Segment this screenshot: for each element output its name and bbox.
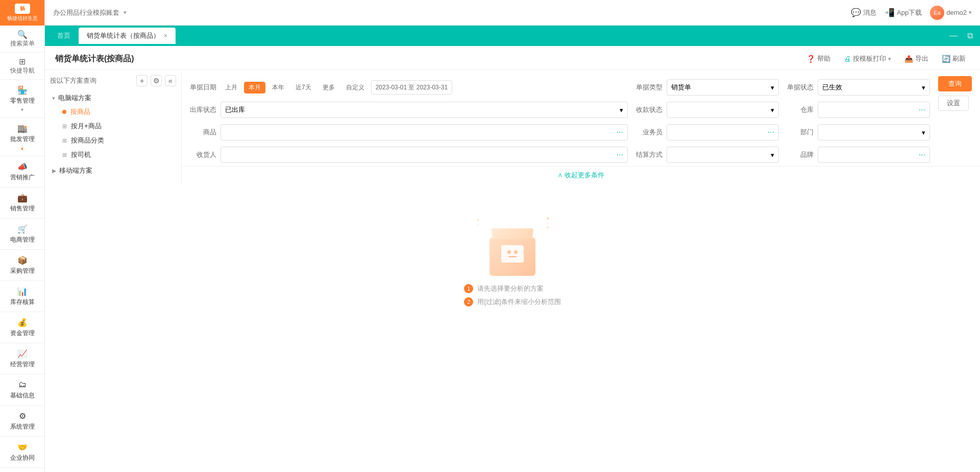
sidebar-item-operation[interactable]: 📈 经营管理 xyxy=(0,343,44,374)
sidebar-item-system[interactable]: ⚙ 系统管理 xyxy=(0,406,44,437)
scheme-item-driver[interactable]: ⊞ 按司机 xyxy=(50,148,176,162)
scheme-label: 按以下方案查询 xyxy=(50,76,96,85)
brand-dots-icon[interactable]: ··· xyxy=(919,150,925,159)
logo-icon: 畅 xyxy=(15,4,30,14)
sidebar-purchase-label: 采购管理 xyxy=(10,267,35,275)
refresh-btn[interactable]: 🔄 刷新 xyxy=(938,52,970,65)
empty-hint-2: 2 用[过滤]条件来缩小分析范围 xyxy=(464,297,560,306)
warehouse-dots-icon[interactable]: ··· xyxy=(919,105,925,114)
scheme-settings-btn[interactable]: ⚙ xyxy=(151,75,162,86)
tab-close-icon[interactable]: × xyxy=(164,32,167,39)
collapse-row[interactable]: ∧ 收起更多条件 xyxy=(182,166,980,184)
scheme-collapse-btn[interactable]: « xyxy=(165,75,176,86)
month-goods-icon: ⊞ xyxy=(62,123,67,130)
sidebar-item-newguide[interactable]: 🌟 新手引导 xyxy=(0,468,44,472)
tab-minimize-btn[interactable]: — xyxy=(947,30,960,42)
goods-input[interactable]: ··· xyxy=(220,124,628,140)
dept-label: 部门 xyxy=(787,128,818,137)
sidebar-item-basic[interactable]: 🗂 基础信息 xyxy=(0,374,44,406)
date-custom[interactable]: 自定义 xyxy=(341,82,369,93)
outstatus-label: 出库状态 xyxy=(190,105,220,114)
paystatus-select[interactable]: ▾ xyxy=(667,102,779,118)
payment-select[interactable]: ▾ xyxy=(667,147,779,163)
sidebar-item-purchase[interactable]: 📦 采购管理 xyxy=(0,250,44,281)
user-name: demo2 xyxy=(946,9,967,16)
messages-btn[interactable]: 💬 消息 xyxy=(851,8,876,17)
active-dot xyxy=(62,110,66,114)
sidebar-item-marketing[interactable]: 📣 营销推广 xyxy=(0,156,44,187)
filter-cell-salesman: 业务员 ··· xyxy=(636,124,779,140)
brand-input[interactable]: ··· xyxy=(818,147,930,163)
sidebar-item-inventory[interactable]: 📊 库存核算 xyxy=(0,281,44,312)
receiver-input[interactable]: ··· xyxy=(220,147,628,163)
goods-dots-icon[interactable]: ··· xyxy=(617,128,623,137)
system-icon: ⚙ xyxy=(17,411,28,421)
date-this-month[interactable]: 本月 xyxy=(244,82,265,93)
tab-sales-stat-label: 销货单统计表（按商品） xyxy=(87,31,160,40)
sidebar-finance-label: 资金管理 xyxy=(10,329,35,338)
export-btn[interactable]: 📤 导出 xyxy=(900,52,933,65)
sidebar-item-retail[interactable]: 🏪 零售管理 ▾ xyxy=(0,80,44,118)
setting-btn[interactable]: 设置 xyxy=(938,96,969,111)
query-btn[interactable]: 查询 xyxy=(938,76,972,91)
scheme-item-goods-category[interactable]: ⊞ 按商品分类 xyxy=(50,133,176,148)
app-download-btn[interactable]: 📲 App下载 xyxy=(885,8,922,17)
scheme-item-month-goods[interactable]: ⊞ 按月+商品 xyxy=(50,119,176,133)
tab-bar: 首页 销货单统计表（按商品） × — ⧉ xyxy=(45,26,980,46)
filter-cell-status: 单据状态 已生效 ▾ xyxy=(787,79,930,96)
scheme-by-goods-label: 按商品 xyxy=(70,107,90,116)
marketing-icon: 📣 xyxy=(17,161,28,172)
date-range-display[interactable]: 2023-03-01 至 2023-03-31 xyxy=(371,80,452,95)
help-btn[interactable]: ❓ 帮助 xyxy=(802,52,835,65)
sidebar-search[interactable]: 🔍 搜索菜单 xyxy=(0,26,44,53)
scheme-category-pc-header[interactable]: ▾ 电脑端方案 xyxy=(50,91,176,105)
type-select[interactable]: 销货单 ▾ xyxy=(667,79,779,96)
dept-select[interactable]: ▾ xyxy=(818,124,930,140)
tab-maximize-btn[interactable]: ⧉ xyxy=(964,30,976,42)
brand-label: 品牌 xyxy=(787,150,818,159)
scheme-item-by-goods[interactable]: 按商品 xyxy=(50,105,176,119)
type-dropdown-icon: ▾ xyxy=(771,84,774,91)
sidebar-inventory-label: 库存核算 xyxy=(10,298,35,306)
sidebar-ecommerce-label: 电商管理 xyxy=(10,235,35,244)
sidebar-search-label: 搜索菜单 xyxy=(3,39,41,48)
status-select[interactable]: 已生效 ▾ xyxy=(818,79,930,96)
user-menu-btn[interactable]: Ea demo2 ▾ xyxy=(930,6,972,20)
salesman-dots-icon[interactable]: ··· xyxy=(768,128,774,137)
date-last-month[interactable]: 上月 xyxy=(220,82,242,93)
date-7days[interactable]: 近7天 xyxy=(291,82,316,93)
sidebar-item-enterprise[interactable]: 🤝 企业协同 xyxy=(0,437,44,468)
hint-num-2: 2 xyxy=(464,297,473,306)
scheme-add-btn[interactable]: + xyxy=(136,75,148,86)
inventory-icon: 📊 xyxy=(17,286,28,296)
filter-cell-date: 单据日期 上月 本月 本年 近7天 更多 自定义 xyxy=(190,79,628,96)
sidebar-item-finance[interactable]: 💰 资金管理 xyxy=(0,312,44,343)
tab-home-label: 首页 xyxy=(57,31,70,40)
date-more[interactable]: 更多 xyxy=(318,82,339,93)
tab-sales-stat[interactable]: 销货单统计表（按商品） × xyxy=(79,28,176,44)
warehouse-input[interactable]: ··· xyxy=(818,102,930,118)
pc-category-label: 电脑端方案 xyxy=(58,93,91,103)
header-right: 💬 消息 📲 App下载 Ea demo2 ▾ xyxy=(851,6,972,20)
payment-dropdown-icon: ▾ xyxy=(771,151,774,159)
date-label: 单据日期 xyxy=(190,83,220,92)
date-this-year[interactable]: 本年 xyxy=(267,82,289,93)
salesman-input[interactable]: ··· xyxy=(667,124,779,140)
help-icon: ❓ xyxy=(806,55,815,63)
tab-home[interactable]: 首页 xyxy=(49,28,79,44)
print-btn[interactable]: 🖨 按模板打印 ▾ xyxy=(840,52,895,65)
receiver-label: 收货人 xyxy=(190,150,220,159)
sidebar-item-sales[interactable]: 💼 销售管理 xyxy=(0,187,44,219)
outstatus-select[interactable]: 已出库 ▾ xyxy=(220,102,628,118)
sidebar-system-label: 系统管理 xyxy=(10,422,35,431)
sidebar-item-ecommerce[interactable]: 🛒 电商管理 xyxy=(0,219,44,250)
sidebar-item-wholesale[interactable]: 🏬 批发管理 ▴ xyxy=(0,118,44,156)
industry-dropdown-icon[interactable]: ▾ xyxy=(124,9,127,16)
sidebar-quick-nav[interactable]: ⊞ 快捷导航 xyxy=(0,53,44,80)
scheme-category-mobile-header[interactable]: ▶ 移动端方案 xyxy=(50,164,176,177)
page-inner: 销货单统计表(按商品) ❓ 帮助 🖨 按模板打印 ▾ 📤 导出 xyxy=(45,46,980,472)
receiver-dots-icon[interactable]: ··· xyxy=(617,150,623,159)
main-area: 办公用品行业模拟账套 ▾ 💬 消息 📲 App下载 Ea demo2 ▾ 首页 … xyxy=(45,0,980,472)
sparks-right xyxy=(547,217,549,228)
scheme-driver-label: 按司机 xyxy=(71,150,91,159)
